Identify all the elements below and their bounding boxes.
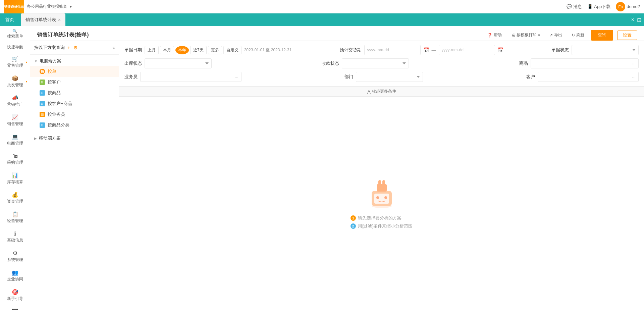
message-icon: 💬 xyxy=(567,4,572,9)
tab-close-window-icon[interactable]: × xyxy=(631,17,634,23)
sidebar-item-purchase[interactable]: 🛍 采购管理 xyxy=(0,150,30,169)
print-label: 按模板打印 xyxy=(517,32,537,38)
by-order-label: 按单 xyxy=(48,68,56,74)
status-select[interactable] xyxy=(572,45,639,55)
tab-sales-order[interactable]: 销售订单统计表 × xyxy=(21,13,65,26)
last-month-btn[interactable]: 上月 xyxy=(145,46,159,54)
refresh-btn[interactable]: ↻ 刷新 xyxy=(569,31,587,39)
by-salesperson-icon: ▦ xyxy=(40,112,45,117)
sidebar-item-marketing[interactable]: 📣 营销推广 xyxy=(0,91,30,111)
sidebar-item-sales[interactable]: 📈 销售管理 xyxy=(0,111,30,130)
sidebar-search[interactable]: 🔍 搜索菜单 xyxy=(0,26,30,42)
ship-status-select[interactable] xyxy=(145,58,212,68)
scheme-item-by-salesperson[interactable]: ▦ 按业务员 xyxy=(30,109,119,120)
app-dropdown[interactable]: ▾ xyxy=(70,4,72,9)
date-filter-group: 上月 本月 本年 近7天 更多 自定义 xyxy=(145,46,241,54)
sidebar-item-finance[interactable]: 💰 资金管理 xyxy=(0,188,30,208)
svg-point-4 xyxy=(384,196,387,199)
scheme-group-pc-header[interactable]: ▼ 电脑端方案 xyxy=(30,56,119,66)
sidebar-item-basic-info[interactable]: ℹ 基础信息 xyxy=(0,227,30,247)
avatar: Ea xyxy=(616,2,625,11)
help-icon: ❓ xyxy=(487,33,492,38)
filter-row-2: 出库状态 收款状态 商品 ··· xyxy=(124,58,639,68)
sidebar: 🔍 搜索菜单 快捷导航 🛒 零售管理 📦 批发管理 📣 营销推广 📈 销售管理 … xyxy=(0,26,30,310)
sidebar-quick-nav[interactable]: 快捷导航 xyxy=(0,42,30,52)
app-center-icon: 🔲 xyxy=(12,308,18,310)
this-month-btn[interactable]: 本月 xyxy=(160,46,174,54)
message-btn[interactable]: 💬 消息 xyxy=(567,4,582,10)
sidebar-guide-label: 新手引导 xyxy=(7,296,23,302)
sidebar-item-app-center[interactable]: 🔲 应用中心 xyxy=(0,305,30,310)
salesperson-ellipsis[interactable]: ··· xyxy=(235,74,238,80)
tip-1-number: 1 xyxy=(351,215,356,221)
logo: 畅捷通好生意 xyxy=(4,0,24,13)
sidebar-nav-label: 快捷导航 xyxy=(7,45,23,49)
by-customer-goods-icon: ⊞ xyxy=(40,101,45,106)
app-download-btn[interactable]: 📱 App下载 xyxy=(587,4,610,10)
sidebar-item-retail[interactable]: 🛒 零售管理 xyxy=(0,52,30,72)
active-tab-label: 销售订单统计表 xyxy=(25,17,56,23)
empty-tip-2: 2 用[过滤]条件来缩小分析范围 xyxy=(351,223,413,229)
scheme-item-by-goods[interactable]: ⊞ 按商品 xyxy=(30,88,119,98)
expected-date-end[interactable] xyxy=(439,45,495,55)
tip-2-number: 2 xyxy=(351,223,356,229)
tab-close-icon[interactable]: × xyxy=(58,17,61,22)
by-salesperson-label: 按业务员 xyxy=(48,111,65,117)
query-button[interactable]: 查询 xyxy=(591,30,613,41)
department-filter-label: 部门 xyxy=(344,74,353,80)
scheme-item-by-customer-goods[interactable]: ⊞ 按客户+商品 xyxy=(30,98,119,109)
settings-button[interactable]: 设置 xyxy=(617,31,637,40)
sidebar-item-inventory[interactable]: 📊 库存核算 xyxy=(0,169,30,188)
guide-icon: 🎯 xyxy=(12,289,18,295)
wholesale-icon: 📦 xyxy=(12,75,18,82)
pc-group-arrow-icon: ▼ xyxy=(34,59,38,63)
salesperson-input-area[interactable]: ··· xyxy=(140,72,241,82)
tab-home[interactable]: 首页 xyxy=(0,13,19,26)
expected-date-start[interactable] xyxy=(364,45,421,55)
help-btn[interactable]: ❓ 帮助 xyxy=(485,31,504,39)
right-panel: 单据日期 上月 本月 本年 近7天 更多 自定义 2023-01-01 至 20… xyxy=(119,41,644,310)
download-icon: 📱 xyxy=(587,4,593,9)
scheme-settings-btn[interactable]: ⚙ xyxy=(73,44,78,51)
goods-ellipsis[interactable]: ··· xyxy=(632,61,636,66)
goods-input-area[interactable]: ··· xyxy=(531,58,639,68)
export-btn[interactable]: ↗ 导出 xyxy=(547,31,565,39)
scheme-add-btn[interactable]: + xyxy=(67,44,71,51)
page-title: 销售订单统计表(按单) xyxy=(37,32,89,39)
tab-restore-icon[interactable]: ⊡ xyxy=(637,17,641,23)
scheme-group-pc: ▼ 电脑端方案 按 按单 ⊞ 按客户 ⊞ 按商品 xyxy=(30,55,119,132)
sidebar-purchase-label: 采购管理 xyxy=(7,160,23,165)
collapse-icon: ⋀ xyxy=(367,89,371,94)
empty-tips: 1 请先选择要分析的方案 2 用[过滤]条件来缩小分析范围 xyxy=(351,215,413,229)
scheme-item-by-order[interactable]: 按 按单 xyxy=(30,66,119,77)
scheme-group-mobile-header[interactable]: ▶ 移动端方案 xyxy=(30,133,119,143)
username-label: demo2 xyxy=(627,4,640,9)
sidebar-item-wholesale[interactable]: 📦 批发管理 xyxy=(0,72,30,91)
user-profile[interactable]: Ea demo2 xyxy=(616,2,640,11)
receipt-status-select[interactable] xyxy=(342,58,409,68)
sidebar-item-ecommerce[interactable]: 💻 电商管理 xyxy=(0,130,30,150)
refresh-icon: ↻ xyxy=(572,33,575,38)
print-dropdown-icon: ▾ xyxy=(538,33,540,38)
custom-date-btn[interactable]: 自定义 xyxy=(223,46,241,54)
sidebar-item-guide[interactable]: 🎯 新手引导 xyxy=(0,286,30,305)
sidebar-item-operations[interactable]: 📋 经营管理 xyxy=(0,208,30,227)
this-year-btn[interactable]: 本年 xyxy=(175,46,189,54)
collapse-bar[interactable]: ⋀ 收起更多条件 xyxy=(119,86,644,97)
last7-btn[interactable]: 近7天 xyxy=(190,46,207,54)
cal-icon-1[interactable]: 📅 xyxy=(423,47,429,53)
customer-ellipsis[interactable]: ··· xyxy=(632,74,636,80)
scheme-item-by-customer[interactable]: ⊞ 按客户 xyxy=(30,77,119,88)
more-date-btn[interactable]: 更多 xyxy=(208,46,222,54)
scheme-collapse-btn[interactable]: « xyxy=(112,45,115,50)
inner-layout: 按以下方案查询 + ⚙ « ▼ 电脑端方案 按 按单 ⊞ xyxy=(30,41,644,310)
cal-icon-2[interactable]: 📅 xyxy=(498,47,503,53)
sidebar-sales-label: 销售管理 xyxy=(7,121,23,127)
scheme-item-by-category[interactable]: ⊟ 按商品分类 xyxy=(30,120,119,131)
print-btn[interactable]: 🖨 按模板打印 ▾ xyxy=(508,31,543,39)
department-select[interactable] xyxy=(356,72,423,82)
empty-svg xyxy=(365,177,398,211)
sidebar-item-system[interactable]: ⚙ 系统管理 xyxy=(0,247,30,266)
customer-input-area[interactable]: ··· xyxy=(538,72,639,82)
sidebar-item-collab[interactable]: 👥 企业协同 xyxy=(0,266,30,286)
